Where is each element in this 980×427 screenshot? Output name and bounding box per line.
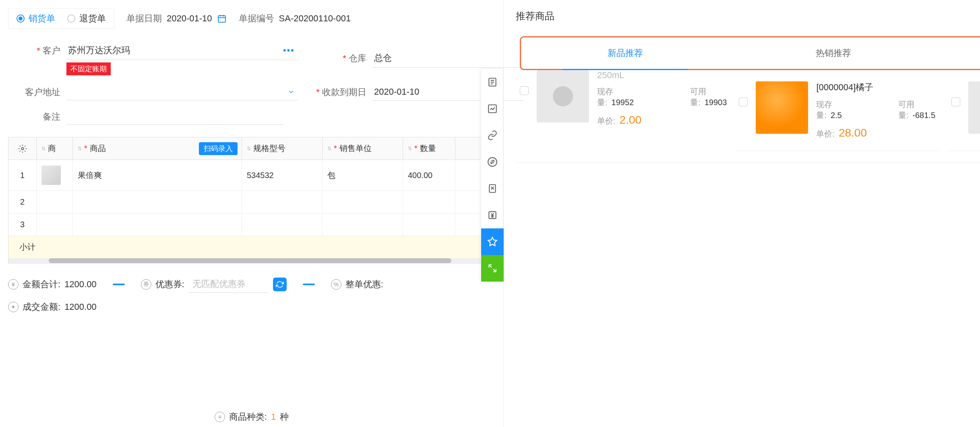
stock-value: 2.5 xyxy=(831,111,842,120)
avail-label: 可用量: xyxy=(898,100,914,120)
doc-date-field[interactable]: 单据日期 2020-01-10 xyxy=(126,12,227,25)
scan-input-button[interactable]: 扫码录入 xyxy=(199,142,238,155)
horizontal-scrollbar[interactable] xyxy=(8,258,495,263)
product-thumb-icon xyxy=(41,166,61,185)
recommend-panel: 推荐商品 新品推荐 热销推荐 滞销推荐 浏览历史 250mL 现存量:19 xyxy=(503,0,980,427)
product-image-placeholder xyxy=(537,70,589,122)
order-discount[interactable]: % 整单优惠: xyxy=(331,278,383,290)
avail-value: -681.5 xyxy=(912,111,935,120)
product-title: [0000004]橘子 xyxy=(816,81,935,93)
field-label: 单据日期 xyxy=(126,12,162,25)
svg-rect-0 xyxy=(218,16,225,22)
row-unit[interactable]: 包 xyxy=(323,160,403,191)
tool-note-button[interactable] xyxy=(481,69,504,95)
price-label: 单价: xyxy=(597,116,616,125)
placeholder-icon xyxy=(551,84,575,108)
address-select[interactable] xyxy=(66,84,298,100)
tool-expand-button[interactable] xyxy=(481,255,504,282)
field-value: SA-20200110-001 xyxy=(279,13,351,24)
row-product[interactable]: 果倍爽 xyxy=(73,160,242,191)
grid-settings-button[interactable] xyxy=(8,137,37,160)
item-checkbox[interactable] xyxy=(739,97,748,106)
price-label: 单价: xyxy=(816,129,835,138)
col-image[interactable]: ⇅商 xyxy=(37,137,73,160)
tool-swap-button[interactable] xyxy=(481,149,504,175)
remark-input[interactable] xyxy=(66,109,284,125)
tool-currency-button[interactable] xyxy=(481,202,504,228)
account-period-badge: 不固定账期 xyxy=(66,62,111,75)
tab-new[interactable]: 新品推荐 xyxy=(521,37,729,69)
tool-receipt-button[interactable] xyxy=(481,175,504,202)
tool-favorite-button[interactable] xyxy=(481,228,504,255)
row-spec[interactable]: 534532 xyxy=(242,160,323,191)
remark-label: 备注 xyxy=(8,111,60,123)
discount-label: 整单优惠: xyxy=(345,278,383,290)
recommend-list[interactable]: 250mL 现存量:19952 可用量:19903 单价:2.00 [00000… xyxy=(504,70,980,427)
row-index: 3 xyxy=(8,214,37,236)
price-value: 28.00 xyxy=(839,126,867,139)
col-spec[interactable]: ⇅规格型号 xyxy=(242,137,323,160)
svg-point-4 xyxy=(488,158,497,166)
table-row[interactable]: 3 xyxy=(8,214,495,236)
radio-return-order[interactable]: 退货单 xyxy=(67,12,106,25)
footer-summary: ≡ 商品种类: 1 种 xyxy=(0,411,503,423)
row-index: 1 xyxy=(8,160,37,191)
kind-label: 商品种类: xyxy=(229,411,267,423)
list-item: 250mL 现存量:19952 可用量:19903 单价:2.00 [00000… xyxy=(516,70,980,163)
stock-label: 现存量: xyxy=(597,87,613,107)
price-value: 2.00 xyxy=(620,114,642,126)
coupon-input[interactable]: 无匹配优惠券 xyxy=(188,276,269,293)
row-index: 2 xyxy=(8,191,37,213)
warehouse-value: 总仓 xyxy=(374,52,392,64)
customer-label: 客户 xyxy=(8,45,60,57)
col-unit[interactable]: ⇅*销售单位 xyxy=(323,137,403,160)
line-items-grid: ⇅商 ⇅ * 商品 扫码录入 ⇅规格型号 ⇅*销售单位 ⇅*数量 1 果倍爽 5… xyxy=(8,137,495,263)
deal-label: 成交金额: xyxy=(23,301,60,313)
yen-icon: ¥ xyxy=(8,279,19,290)
row-thumb xyxy=(37,160,73,191)
required-star: * xyxy=(414,144,418,153)
refresh-coupon-button[interactable] xyxy=(273,278,287,291)
radio-sales-order[interactable]: 销货单 xyxy=(17,12,55,25)
radio-label: 销货单 xyxy=(29,12,55,25)
expand-icon xyxy=(487,263,498,274)
scrollbar-thumb[interactable] xyxy=(49,258,451,263)
chart-icon xyxy=(487,104,498,114)
total-value: 1200.00 xyxy=(64,279,97,290)
kind-value: 1 xyxy=(271,412,276,422)
chevron-down-icon xyxy=(287,88,295,95)
col-product[interactable]: ⇅ * 商品 扫码录入 xyxy=(73,137,242,160)
tool-link-button[interactable] xyxy=(481,122,504,149)
calendar-icon xyxy=(217,14,227,23)
item-checkbox[interactable] xyxy=(951,97,960,106)
due-date-label: 收款到期日 xyxy=(314,86,366,98)
swap-icon xyxy=(487,157,498,167)
panel-title: 推荐商品 xyxy=(516,10,554,23)
sales-form-panel: 销货单 退货单 单据日期 2020-01-10 单据编号 SA-20200110… xyxy=(0,0,503,427)
sort-icon: ⇅ xyxy=(41,146,45,151)
row-qty[interactable]: 400.00 xyxy=(403,160,455,191)
more-icon[interactable]: ••• xyxy=(283,45,295,56)
address-label: 客户地址 xyxy=(8,86,60,98)
subtotal-row: 小计 xyxy=(8,236,495,258)
deal-value: 1200.00 xyxy=(64,302,97,312)
note-icon xyxy=(487,77,498,87)
warehouse-select[interactable]: 总仓 xyxy=(372,49,523,68)
kind-suffix: 种 xyxy=(280,411,289,423)
tab-slow[interactable]: 滞销推荐 xyxy=(938,37,980,69)
sort-icon: ⇅ xyxy=(247,146,251,151)
table-row[interactable]: 1 果倍爽 534532 包 400.00 xyxy=(8,160,495,191)
product-image-placeholder xyxy=(968,81,980,134)
table-row[interactable]: 2 xyxy=(8,191,495,214)
tab-hot[interactable]: 热销推荐 xyxy=(729,37,937,69)
dash-icon xyxy=(303,284,315,285)
col-qty[interactable]: ⇅*数量 xyxy=(403,137,455,160)
kind-icon: ≡ xyxy=(215,412,225,422)
total-label: 金额合计: xyxy=(23,278,60,290)
tool-chart-button[interactable] xyxy=(481,95,504,122)
customer-input[interactable]: 苏州万达沃尔玛 ••• xyxy=(66,41,298,60)
radio-icon xyxy=(67,15,75,23)
deal-icon: ✦ xyxy=(8,302,19,312)
item-checkbox[interactable] xyxy=(520,86,529,95)
coupon-label: 优惠券: xyxy=(155,278,184,290)
